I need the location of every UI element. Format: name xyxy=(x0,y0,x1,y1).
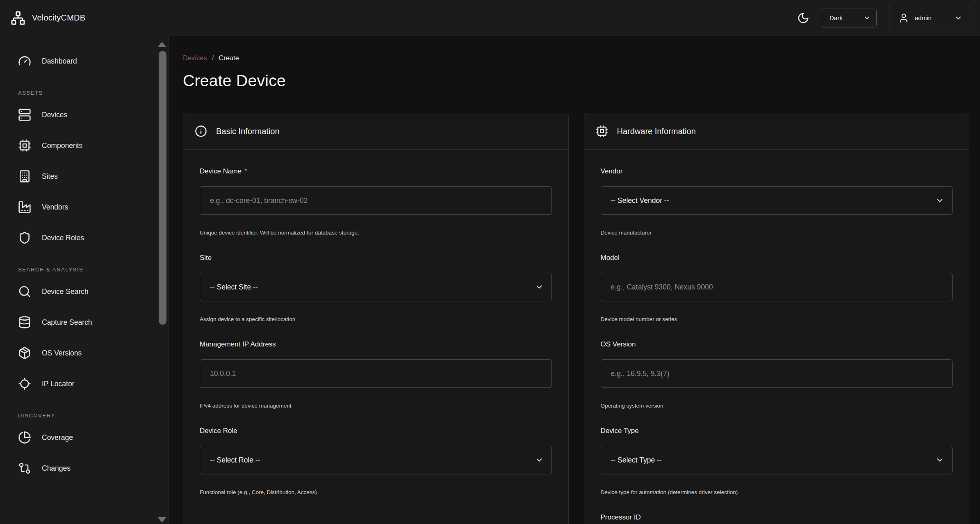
field-help: Device type for automation (determines d… xyxy=(601,489,953,495)
field-vendor: Vendor -- Select Vendor -- Device manufa… xyxy=(601,167,953,236)
info-icon xyxy=(195,125,207,137)
chevron-down-icon xyxy=(935,456,944,465)
page-title: Create Device xyxy=(183,72,969,90)
sidebar-item-components[interactable]: Components xyxy=(0,136,169,155)
user-name: admin xyxy=(915,14,932,21)
user-icon xyxy=(898,13,909,23)
topbar-controls: Dark admin xyxy=(797,6,969,30)
building-icon xyxy=(18,170,31,183)
sidebar-item-sites[interactable]: Sites xyxy=(0,166,169,186)
sidebar-item-device-roles[interactable]: Device Roles xyxy=(0,228,169,248)
topbar: VelocityCMDB Dark admin xyxy=(0,0,980,36)
card-title: Basic Information xyxy=(216,127,280,136)
locate-icon xyxy=(18,377,31,390)
sidebar-item-capture-search[interactable]: Capture Search xyxy=(0,312,169,332)
shield-icon xyxy=(18,231,31,244)
device-name-input[interactable] xyxy=(200,186,552,215)
sidebar-item-label: Device Roles xyxy=(42,234,84,242)
sidebar: Dashboard ASSETS Devices Components Site… xyxy=(0,36,169,524)
sidebar-item-label: Dashboard xyxy=(42,57,77,66)
field-label: Processor ID xyxy=(601,513,953,522)
field-device-role: Device Role -- Select Role -- Functional… xyxy=(200,427,552,495)
vendor-select[interactable]: -- Select Vendor -- xyxy=(601,186,953,215)
field-label: Device Name* xyxy=(200,167,552,175)
sidebar-item-label: Coverage xyxy=(42,433,73,442)
sidebar-item-label: OS Versions xyxy=(42,349,82,358)
os-version-input[interactable] xyxy=(601,359,953,388)
required-asterisk: * xyxy=(244,167,247,175)
sidebar-scroll-up-arrow[interactable] xyxy=(157,42,166,47)
breadcrumb-link-devices[interactable]: Devices xyxy=(183,54,207,62)
network-icon xyxy=(11,11,25,25)
field-label: OS Version xyxy=(601,340,953,349)
sidebar-scroll-down-arrow[interactable] xyxy=(157,517,166,522)
field-label: Device Type xyxy=(601,427,953,435)
sidebar-item-dashboard[interactable]: Dashboard xyxy=(0,51,169,71)
field-model: Model Device model number or series xyxy=(601,254,953,322)
theme-select-value: Dark xyxy=(830,14,843,21)
hardware-information-card: Hardware Information Vendor -- Select Ve… xyxy=(584,113,970,524)
user-menu[interactable]: admin xyxy=(889,6,969,30)
sidebar-item-changes[interactable]: Changes xyxy=(0,458,169,478)
field-label: Device Role xyxy=(200,427,552,435)
sidebar-section-search-analysis: SEARCH & ANALYSIS xyxy=(18,267,169,273)
chevron-down-icon xyxy=(535,456,544,465)
sidebar-section-assets: ASSETS xyxy=(18,90,169,96)
field-help: IPv4 address for device management xyxy=(200,403,552,409)
field-label: Site xyxy=(200,254,552,262)
field-help: Device manufacturer xyxy=(601,230,953,236)
breadcrumb-current: Create xyxy=(219,54,239,62)
sidebar-item-label: Components xyxy=(42,141,82,150)
package-icon xyxy=(18,346,31,360)
sidebar-scrollbar-thumb[interactable] xyxy=(159,51,166,325)
cpu-icon xyxy=(18,139,31,152)
field-help: Assign device to a specific site/locatio… xyxy=(200,316,552,322)
sidebar-item-label: Changes xyxy=(42,464,71,473)
management-ip-input[interactable] xyxy=(200,359,552,388)
chevron-down-icon xyxy=(535,283,544,292)
search-icon xyxy=(18,285,31,298)
card-header: Hardware Information xyxy=(584,113,969,150)
app-title: VelocityCMDB xyxy=(32,13,85,23)
app-logo[interactable]: VelocityCMDB xyxy=(11,11,85,25)
theme-select[interactable]: Dark xyxy=(822,9,877,27)
field-help: Functional role (e.g., Core, Distributio… xyxy=(200,489,552,495)
sidebar-item-label: Sites xyxy=(42,172,58,181)
field-label: Model xyxy=(601,254,953,262)
card-header: Basic Information xyxy=(183,113,568,150)
server-icon xyxy=(18,108,31,121)
model-input[interactable] xyxy=(601,273,953,301)
sidebar-item-label: Vendors xyxy=(42,203,68,212)
card-body: Device Name* Unique device identifier. W… xyxy=(183,150,568,524)
field-device-name: Device Name* Unique device identifier. W… xyxy=(200,167,552,236)
chevron-down-icon xyxy=(935,196,944,205)
field-help: Device model number or series xyxy=(601,316,953,322)
sidebar-item-vendors[interactable]: Vendors xyxy=(0,197,169,217)
device-type-select[interactable]: -- Select Type -- xyxy=(601,446,953,474)
sidebar-item-os-versions[interactable]: OS Versions xyxy=(0,343,169,363)
sidebar-item-label: Device Search xyxy=(42,287,89,296)
site-select[interactable]: -- Select Site -- xyxy=(200,273,552,301)
field-processor-id: Processor ID xyxy=(601,513,953,522)
device-role-select[interactable]: -- Select Role -- xyxy=(200,446,552,474)
sidebar-item-device-search[interactable]: Device Search xyxy=(0,282,169,301)
card-body: Vendor -- Select Vendor -- Device manufa… xyxy=(584,150,969,524)
sidebar-item-ip-locator[interactable]: IP Locator xyxy=(0,374,169,394)
card-title: Hardware Information xyxy=(617,127,696,136)
moon-icon[interactable] xyxy=(797,12,809,24)
field-management-ip: Management IP Address IPv4 address for d… xyxy=(200,340,552,409)
main-content: Devices / Create Create Device Basic Inf… xyxy=(169,36,980,524)
sidebar-item-label: Devices xyxy=(42,111,67,119)
sidebar-item-coverage[interactable]: Coverage xyxy=(0,428,169,447)
git-compare-icon xyxy=(18,462,31,475)
field-device-type: Device Type -- Select Type -- Device typ… xyxy=(601,427,953,495)
field-site: Site -- Select Site -- Assign device to … xyxy=(200,254,552,322)
database-icon xyxy=(18,316,31,329)
field-help: Unique device identifier. Will be normal… xyxy=(200,230,552,236)
sidebar-item-label: Capture Search xyxy=(42,318,92,327)
basic-information-card: Basic Information Device Name* Unique de… xyxy=(183,113,569,524)
chevron-down-icon xyxy=(954,14,962,22)
chevron-down-icon xyxy=(863,14,871,22)
sidebar-item-devices[interactable]: Devices xyxy=(0,105,169,125)
sidebar-section-discovery: DISCOVERY xyxy=(18,412,169,419)
